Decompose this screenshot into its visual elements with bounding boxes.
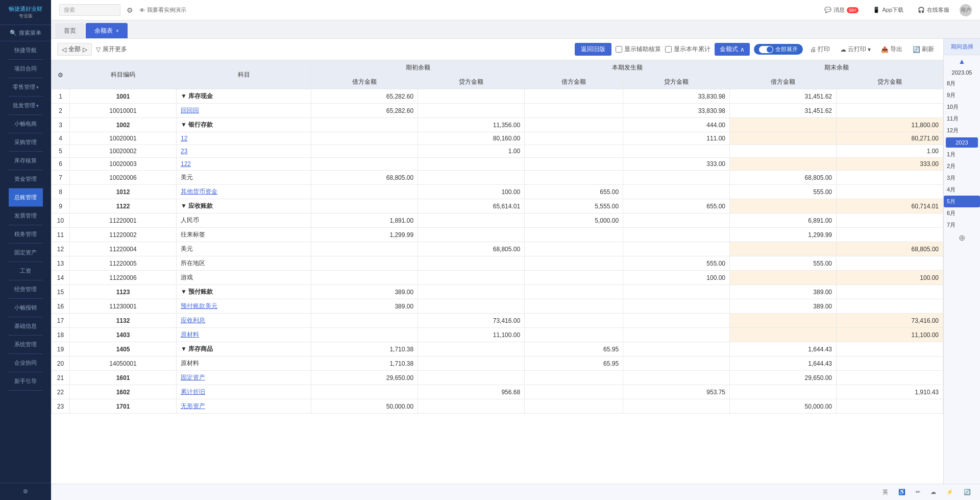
toggle-all-btn[interactable]: 全部展开 bbox=[754, 44, 803, 55]
refresh-btn[interactable]: 🔄 刷新 bbox=[910, 43, 937, 55]
rs-month[interactable]: 4月 bbox=[944, 184, 980, 196]
sidebar-item-invoice[interactable]: 发票管理 bbox=[9, 207, 43, 225]
sidebar-item-retail[interactable]: 零售管理▾ bbox=[9, 78, 43, 97]
show-year-checkbox[interactable] bbox=[665, 46, 672, 53]
sidebar-item-cooperation[interactable]: 企业协同 bbox=[9, 354, 43, 372]
sidebar-item-report[interactable]: 小畅报销 bbox=[9, 299, 43, 317]
mode-btn[interactable]: 金额式 ∧ ✓ 金额式 数量金额式 外币金额式 bbox=[715, 43, 750, 56]
subject-link[interactable]: 预付账款美元 bbox=[181, 302, 217, 309]
row-credit_curr bbox=[623, 285, 730, 299]
row-subject[interactable]: 应收利息 bbox=[176, 314, 311, 328]
subject-link[interactable]: 回回回 bbox=[181, 107, 199, 114]
rs-month[interactable]: 7月 bbox=[944, 219, 980, 231]
rs-month[interactable]: 11月 bbox=[944, 113, 980, 125]
row-subject[interactable]: 12 bbox=[176, 132, 311, 145]
bottom-accessibility-btn[interactable]: ♿ bbox=[895, 488, 909, 496]
subject-link[interactable]: 23 bbox=[181, 148, 187, 155]
rs-month[interactable]: 2023 bbox=[946, 137, 978, 148]
sidebar-item-capital[interactable]: 资金管理 bbox=[9, 170, 43, 188]
message-icon: 💬 bbox=[824, 7, 831, 13]
sidebar-item-payroll[interactable]: 工资 bbox=[9, 262, 43, 280]
row-debit_curr bbox=[525, 158, 623, 171]
row-subject[interactable]: 122 bbox=[176, 158, 311, 171]
row-subject[interactable]: 原材料 bbox=[176, 328, 311, 342]
rs-up-btn[interactable]: ▲ bbox=[944, 55, 980, 67]
row-subject[interactable]: 其他货币资金 bbox=[176, 185, 311, 199]
row-debit_curr bbox=[525, 145, 623, 158]
row-subject[interactable]: 固定资产 bbox=[176, 371, 311, 385]
bottom-cloud-btn[interactable]: ☁ bbox=[927, 488, 939, 496]
print-btn[interactable]: 🖨 打印 bbox=[807, 43, 833, 55]
messages-btn[interactable]: 💬 消息 99+ bbox=[820, 4, 863, 16]
row-no: 20 bbox=[52, 356, 70, 371]
online-service-btn[interactable]: 🎧 在线客服 bbox=[914, 4, 953, 16]
app-download-btn[interactable]: 📱 App下载 bbox=[869, 4, 908, 16]
row-no: 14 bbox=[52, 271, 70, 285]
rs-month[interactable]: 9月 bbox=[944, 89, 980, 101]
subject-link[interactable]: 累计折旧 bbox=[181, 388, 205, 395]
subject-link[interactable]: 原材料 bbox=[181, 331, 199, 338]
rs-month[interactable]: 12月 bbox=[944, 125, 980, 136]
show-assist-label[interactable]: 显示辅助核算 bbox=[616, 45, 661, 54]
rs-month[interactable]: 1月 bbox=[944, 149, 980, 160]
rs-expand-btn[interactable]: ⊕ bbox=[944, 231, 980, 245]
rs-month[interactable]: 10月 bbox=[944, 101, 980, 113]
sidebar-item-tax[interactable]: 税务管理 bbox=[9, 225, 43, 244]
row-subject[interactable]: 预付账款美元 bbox=[176, 299, 311, 314]
settings-icon[interactable]: ⚙ bbox=[127, 6, 133, 14]
table-row: 4100200011280,160.00111.0080,271.00 bbox=[52, 132, 943, 145]
expand-btn[interactable]: ▽ 展开更多 bbox=[96, 45, 127, 54]
export-btn[interactable]: 📤 导出 bbox=[878, 43, 905, 55]
bottom-refresh-btn[interactable]: 🔄 bbox=[961, 488, 974, 496]
sidebar-item-accounting[interactable]: 总账管理 bbox=[9, 188, 43, 207]
show-assist-checkbox[interactable] bbox=[616, 46, 622, 53]
sidebar-item-ecommerce[interactable]: 小畅电商 bbox=[9, 115, 43, 133]
sidebar-settings[interactable]: ⚙ bbox=[0, 483, 51, 500]
row-subject: 美元 bbox=[176, 171, 311, 185]
subject-link[interactable]: 其他货币资金 bbox=[181, 188, 217, 195]
refresh-label: 刷新 bbox=[922, 45, 934, 54]
sidebar-item-system[interactable]: 系统管理 bbox=[9, 336, 43, 354]
bottom-edit-btn[interactable]: ✏ bbox=[913, 488, 923, 496]
rs-month[interactable]: 2月 bbox=[944, 160, 980, 172]
show-year-label[interactable]: 显示本年累计 bbox=[665, 45, 710, 54]
tab-close-balance[interactable]: × bbox=[116, 28, 119, 34]
sidebar-item-project[interactable]: 项目合同 bbox=[9, 60, 43, 78]
bottom-lightning-btn[interactable]: ⚡ bbox=[943, 488, 957, 496]
sidebar-search[interactable]: 🔍 搜索菜单 bbox=[0, 25, 51, 41]
row-subject[interactable]: 回回回 bbox=[176, 104, 311, 118]
rs-month[interactable]: 6月 bbox=[944, 207, 980, 219]
rs-month[interactable]: 5月 bbox=[944, 196, 980, 207]
rs-month[interactable]: 8月 bbox=[944, 78, 980, 89]
avatar[interactable]: 用户 bbox=[960, 4, 972, 16]
sidebar-item-inventory[interactable]: 库存核算 bbox=[9, 152, 43, 170]
subject-link[interactable]: 应收利息 bbox=[181, 317, 205, 324]
cloud-print-btn[interactable]: ☁ 云打印 ▾ bbox=[837, 43, 874, 55]
demo-link[interactable]: 👁 我要看实例演示 bbox=[139, 6, 186, 14]
sidebar-item-operations[interactable]: 经营管理 bbox=[9, 280, 43, 299]
sidebar-item-quicknav[interactable]: 快捷导航 bbox=[9, 41, 43, 60]
sidebar-item-wholesale[interactable]: 批发管理▾ bbox=[9, 97, 43, 115]
row-subject[interactable]: 无形资产 bbox=[176, 399, 311, 414]
search-box[interactable]: 搜索 bbox=[59, 4, 120, 16]
row-debit_curr bbox=[525, 285, 623, 299]
col-settings[interactable]: ⚙ bbox=[52, 61, 70, 89]
row-code: 11220001 bbox=[70, 213, 177, 228]
subject-link[interactable]: 无形资产 bbox=[181, 402, 205, 410]
sidebar-item-purchase[interactable]: 采购管理 bbox=[9, 133, 43, 152]
row-subject[interactable]: 累计折旧 bbox=[176, 385, 311, 399]
subject-link[interactable]: 122 bbox=[181, 160, 191, 168]
return-btn[interactable]: 返回旧版 bbox=[575, 43, 611, 56]
sidebar-item-guide[interactable]: 新手引导 bbox=[9, 372, 43, 391]
rs-month[interactable]: 3月 bbox=[944, 172, 980, 184]
row-no: 7 bbox=[52, 171, 70, 185]
sidebar-item-fixedasset[interactable]: 固定资产 bbox=[9, 244, 43, 262]
tab-home[interactable]: 首页 bbox=[55, 23, 85, 38]
subject-link[interactable]: 固定资产 bbox=[181, 374, 205, 381]
subject-link[interactable]: 12 bbox=[181, 135, 187, 142]
sidebar-item-basic[interactable]: 基础信息 bbox=[9, 317, 43, 336]
tab-balance[interactable]: 余额表× bbox=[86, 23, 128, 38]
bottom-lang-btn[interactable]: 英 bbox=[879, 487, 891, 497]
row-subject[interactable]: 23 bbox=[176, 145, 311, 158]
filter-btn[interactable]: ◁ 全部 ▷ bbox=[57, 43, 92, 56]
